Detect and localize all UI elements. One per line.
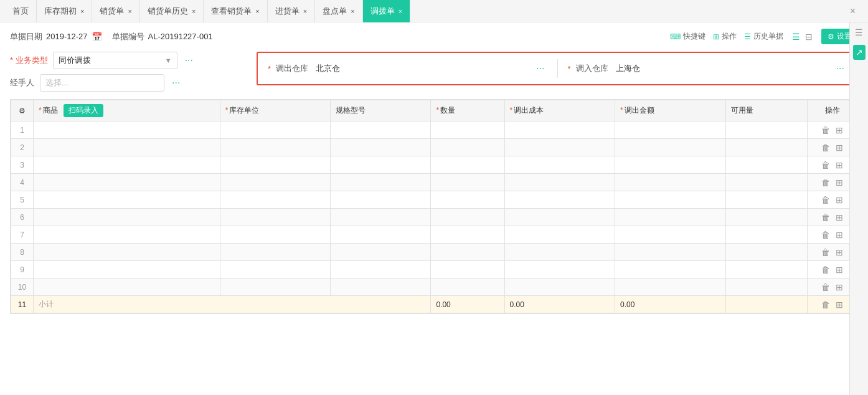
row-available-4[interactable] — [725, 174, 807, 191]
copy-icon-6[interactable]: ⊞ — [836, 212, 843, 222]
copy-icon-11[interactable]: ⊞ — [836, 300, 843, 310]
row-spec-4[interactable] — [331, 174, 431, 191]
delete-icon-9[interactable]: 🗑 — [821, 265, 830, 275]
row-amount-2[interactable] — [615, 139, 726, 156]
layout-list-icon[interactable]: ☰ — [791, 31, 801, 43]
delete-icon-4[interactable]: 🗑 — [821, 178, 830, 188]
copy-icon-10[interactable]: ⊞ — [836, 282, 843, 292]
row-product-1[interactable] — [34, 121, 220, 139]
row-amount-10[interactable] — [615, 278, 726, 296]
scan-button[interactable]: 扫码录入 — [64, 104, 103, 117]
row-product-2[interactable] — [34, 139, 220, 156]
delete-icon-11[interactable]: 🗑 — [821, 300, 830, 310]
delete-icon-10[interactable]: 🗑 — [821, 282, 830, 292]
row-amount-6[interactable] — [615, 209, 726, 226]
row-product-8[interactable] — [34, 244, 220, 261]
row-available-2[interactable] — [725, 139, 807, 156]
row-unit-2[interactable] — [220, 139, 331, 156]
tab-inventory-init[interactable]: 库存期初 × — [37, 0, 92, 22]
delete-icon-6[interactable]: 🗑 — [821, 212, 830, 222]
delete-icon-8[interactable]: 🗑 — [821, 247, 830, 257]
close-inventory-check[interactable]: × — [351, 7, 354, 15]
row-available-6[interactable] — [725, 209, 807, 226]
tab-purchase-order[interactable]: 进货单 × — [268, 0, 315, 22]
row-cost-7[interactable] — [504, 226, 615, 244]
row-quantity-2[interactable] — [431, 139, 504, 156]
copy-icon-8[interactable]: ⊞ — [836, 247, 843, 257]
row-product-7[interactable] — [34, 226, 220, 244]
delete-icon-1[interactable]: 🗑 — [821, 125, 830, 135]
shortcuts-action[interactable]: ⌨ 快捷键 — [670, 31, 705, 42]
row-unit-10[interactable] — [220, 278, 331, 296]
row-spec-5[interactable] — [331, 191, 431, 209]
row-product-3[interactable] — [34, 156, 220, 174]
row-unit-9[interactable] — [220, 261, 331, 278]
copy-icon-9[interactable]: ⊞ — [836, 265, 843, 275]
delete-icon-5[interactable]: 🗑 — [821, 195, 830, 205]
row-unit-3[interactable] — [220, 156, 331, 174]
row-cost-10[interactable] — [504, 278, 615, 296]
table-gear-icon[interactable]: ⚙ — [19, 107, 26, 115]
row-quantity-1[interactable] — [431, 121, 504, 139]
copy-icon-5[interactable]: ⊞ — [836, 195, 843, 205]
copy-icon-1[interactable]: ⊞ — [836, 125, 843, 135]
row-product-4[interactable] — [34, 174, 220, 191]
row-unit-7[interactable] — [220, 226, 331, 244]
row-available-7[interactable] — [725, 226, 807, 244]
row-cost-4[interactable] — [504, 174, 615, 191]
row-amount-3[interactable] — [615, 156, 726, 174]
close-all-tabs[interactable]: × — [845, 6, 861, 17]
row-spec-10[interactable] — [331, 278, 431, 296]
row-cost-8[interactable] — [504, 244, 615, 261]
row-product-6[interactable] — [34, 209, 220, 226]
row-unit-6[interactable] — [220, 209, 331, 226]
row-unit-1[interactable] — [220, 121, 331, 139]
row-spec-7[interactable] — [331, 226, 431, 244]
operations-action[interactable]: ⊞ 操作 — [713, 31, 737, 42]
copy-icon-4[interactable]: ⊞ — [836, 178, 843, 188]
history-action[interactable]: ☰ 历史单据 — [744, 31, 783, 42]
close-inventory-init[interactable]: × — [80, 7, 84, 15]
row-amount-8[interactable] — [615, 244, 726, 261]
sidebar-list-icon[interactable]: ☰ — [855, 27, 863, 37]
tab-home[interactable]: 首页 — [5, 0, 37, 22]
row-cost-6[interactable] — [504, 209, 615, 226]
row-available-10[interactable] — [725, 278, 807, 296]
row-unit-5[interactable] — [220, 191, 331, 209]
tab-transfer-order[interactable]: 调拨单 × — [363, 0, 410, 22]
row-available-3[interactable] — [725, 156, 807, 174]
row-available-8[interactable] — [725, 244, 807, 261]
close-sales-order[interactable]: × — [128, 7, 131, 15]
row-cost-2[interactable] — [504, 139, 615, 156]
row-quantity-5[interactable] — [431, 191, 504, 209]
row-spec-6[interactable] — [331, 209, 431, 226]
handler-select[interactable]: 选择... — [40, 74, 164, 92]
copy-icon-3[interactable]: ⊞ — [836, 160, 843, 170]
row-unit-4[interactable] — [220, 174, 331, 191]
row-available-5[interactable] — [725, 191, 807, 209]
close-purchase-order[interactable]: × — [303, 7, 307, 15]
row-spec-1[interactable] — [331, 121, 431, 139]
close-transfer-order[interactable]: × — [399, 7, 402, 15]
row-quantity-8[interactable] — [431, 244, 504, 261]
row-spec-8[interactable] — [331, 244, 431, 261]
row-quantity-9[interactable] — [431, 261, 504, 278]
row-cost-5[interactable] — [504, 191, 615, 209]
close-view-sales[interactable]: × — [255, 7, 259, 15]
copy-icon-2[interactable]: ⊞ — [836, 143, 843, 153]
business-type-select[interactable]: 同价调拨 ▼ — [53, 52, 177, 69]
tab-view-sales[interactable]: 查看销货单 × — [204, 0, 267, 22]
handler-more[interactable]: ··· — [169, 77, 182, 88]
row-product-9[interactable] — [34, 261, 220, 278]
row-amount-4[interactable] — [615, 174, 726, 191]
tab-sales-order[interactable]: 销货单 × — [92, 0, 139, 22]
row-unit-8[interactable] — [220, 244, 331, 261]
row-spec-2[interactable] — [331, 139, 431, 156]
tab-inventory-check[interactable]: 盘点单 × — [315, 0, 362, 22]
delete-icon-2[interactable]: 🗑 — [821, 143, 830, 153]
sidebar-expand-icon[interactable]: ↗ — [853, 45, 866, 60]
row-spec-3[interactable] — [331, 156, 431, 174]
close-sales-history[interactable]: × — [192, 7, 196, 15]
tab-sales-history[interactable]: 销货单历史 × — [140, 0, 204, 22]
out-warehouse-more[interactable]: ··· — [534, 63, 547, 74]
